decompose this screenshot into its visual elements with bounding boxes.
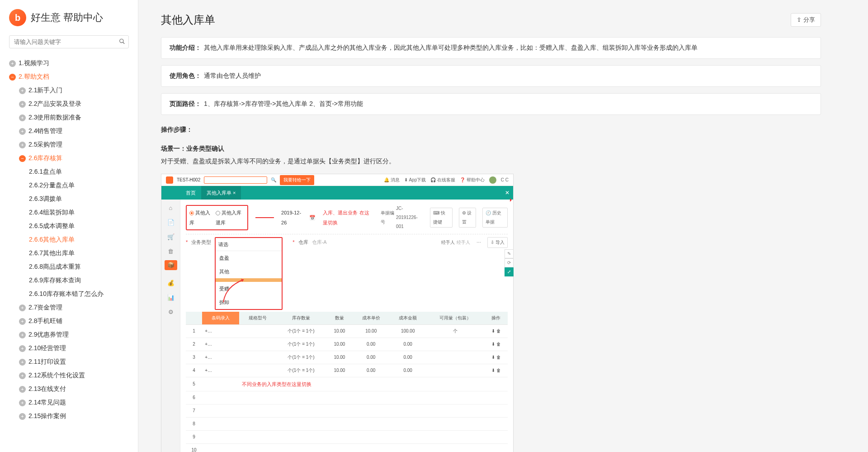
ss-side-icon: ⟳ (505, 258, 514, 267)
nav-2-6-2[interactable]: 2.6.2分量盘点单 (9, 179, 129, 192)
plus-icon: + (19, 386, 26, 393)
ss-nav-icon: ⌂ (167, 202, 175, 209)
plus-icon: + (19, 305, 26, 311)
plus-icon: + (19, 142, 26, 148)
ss-nav-icon: ⚙ (167, 306, 175, 314)
nav-2-4[interactable]: +2.4销售管理 (9, 124, 129, 138)
example-screenshot: TEST-H002 🔍 我要转给一下 🔔 消息 ⬇ App下载 🎧 在线客服 ❓… (161, 174, 514, 452)
nav-2-6-1[interactable]: 2.6.1盘点单 (9, 165, 129, 179)
plus-icon: + (19, 359, 26, 366)
intro-label: 功能介绍： (170, 44, 201, 51)
plus-icon: + (9, 60, 16, 67)
share-button[interactable]: ⇪ 分享 (791, 13, 821, 27)
ss-top-link: ⬇ App下载 (404, 176, 426, 185)
nav-2-3[interactable]: +2.3使用前数据准备 (9, 111, 129, 124)
ss-nav-icon: 📄 (167, 217, 175, 224)
ss-top-link: ❓ 帮助中心 (460, 176, 485, 185)
nav-2-14[interactable]: +2.14常见问题 (9, 396, 129, 409)
radio-icon (189, 211, 194, 215)
path-text: 1、库存核算->库存管理->其他入库单 2、首页->常用功能 (204, 100, 363, 107)
search-input[interactable] (9, 35, 129, 48)
ss-cta-button: 我要转给一下 (280, 175, 314, 185)
ss-setting-btn: ⚙ 设置 (459, 208, 476, 228)
role-box: 使用角色：通常由仓管人员维护 (161, 65, 821, 87)
annotation-text: 入库、退出业务 在这里切换 (323, 208, 373, 228)
nav-2-6-6[interactable]: 2.6.6其他入库单 (9, 233, 129, 247)
nav-2-6[interactable]: −2.6库存核算 (9, 152, 129, 165)
ss-nav-icon: 💰 (167, 277, 175, 285)
ss-top-link: 🔔 消息 (384, 176, 400, 185)
radio-icon (216, 211, 220, 215)
ss-date: 2019-12-26 (281, 208, 302, 228)
nav-2-11[interactable]: +2.11打印设置 (9, 355, 129, 369)
site-title: 好生意 帮助中心 (31, 11, 103, 24)
nav-2-12[interactable]: +2.12系统个性化设置 (9, 369, 129, 382)
nav-2-15[interactable]: +2.15操作案例 (9, 409, 129, 423)
role-label: 使用角色： (170, 72, 201, 79)
main-content: 其他入库单 ⇪ 分享 功能介绍：其他入库单用来处理除采购入库、产成品入库之外的其… (138, 0, 844, 452)
nav-2-1[interactable]: +2.1新手入门 (9, 84, 129, 97)
minus-icon: − (9, 74, 16, 81)
step-label: 操作步骤： (161, 123, 821, 136)
ss-nav-icon: 📊 (167, 292, 175, 299)
share-icon: ⇪ (797, 16, 802, 23)
nav-2-10[interactable]: +2.10经营管理 (9, 342, 129, 355)
nav-video[interactable]: +1.视频学习 (9, 57, 129, 70)
ss-side-icon: ⤢ (505, 267, 514, 276)
nav-2-6-4[interactable]: 2.6.4组装拆卸单 (9, 206, 129, 219)
ss-avatar-icon (489, 176, 496, 184)
scene1-text: 对于受赠、盘盈或是拆装入库等不同的业务，是通过单据头【业务类型】进行区分。 (161, 155, 821, 167)
path-box: 页面路径：1、库存核算->库存管理->其他入库单 2、首页->常用功能 (161, 93, 821, 115)
plus-icon: + (19, 114, 26, 121)
nav-docs[interactable]: −2.帮助文档 (9, 70, 129, 84)
nav-2-13[interactable]: +2.13在线支付 (9, 382, 129, 396)
nav-2-5[interactable]: +2.5采购管理 (9, 138, 129, 152)
nav-2-6-5[interactable]: 2.6.5成本调整单 (9, 219, 129, 233)
ss-tab-doc: 其他入库单 × (201, 186, 241, 200)
ss-logo-icon (166, 176, 173, 184)
plus-icon: + (19, 318, 26, 325)
ss-tab-home: 首页 (180, 186, 201, 200)
nav-2-6-8[interactable]: 2.6.8商品成本重算 (9, 260, 129, 274)
ss-biztype-label: 业务类型 (191, 237, 211, 247)
ss-nav-icon: 🗑 (167, 246, 175, 253)
ss-history-btn: 🕘 历史单据 (482, 208, 508, 228)
ss-side-icon: ✎ (505, 249, 514, 258)
nav-2-9[interactable]: +2.9优惠券管理 (9, 328, 129, 342)
plus-icon: + (19, 128, 26, 135)
nav-2-8[interactable]: +2.8手机旺铺 (9, 314, 129, 328)
ss-close-icon: ✕ (505, 187, 509, 198)
nav-2-6-3[interactable]: 2.6.3调拨单 (9, 192, 129, 206)
nav-2-6-10[interactable]: 2.6.10库存账本错了怎么办 (9, 287, 129, 301)
intro-box: 功能介绍：其他入库单用来处理除采购入库、产成品入库之外的其他入库业务，因此其他入… (161, 37, 821, 59)
ss-nav-icon: 🛒 (167, 231, 175, 238)
nav-2-2[interactable]: +2.2产品安装及登录 (9, 97, 129, 111)
path-label: 页面路径： (170, 100, 201, 107)
ss-env: TEST-H002 (177, 176, 200, 185)
ss-search-mini (204, 176, 267, 184)
role-text: 通常由仓管人员维护 (204, 72, 261, 79)
nav-2-6-7[interactable]: 2.6.7其他出库单 (9, 247, 129, 260)
plus-icon: + (19, 413, 26, 420)
ss-nav-icon-active: 📦 (165, 260, 177, 270)
svg-line-1 (123, 42, 125, 44)
intro-text: 其他入库单用来处理除采购入库、产成品入库之外的其他入库业务，因此其他入库单可处理… (204, 44, 698, 51)
ss-radio-group: 其他入库 其他入库退库 (186, 205, 248, 230)
plus-icon: + (19, 332, 26, 338)
sidebar: b 好生意 帮助中心 +1.视频学习 −2.帮助文档 +2.1新手入门 +2.2… (0, 0, 138, 452)
logo-area: b 好生意 帮助中心 (9, 9, 129, 26)
ss-biztype-dropdown: 请选 盘盈 其他 受赠 拆卸 (215, 237, 283, 310)
plus-icon: + (19, 400, 26, 406)
ss-search-icon: 🔍 (271, 176, 276, 185)
svg-point-0 (120, 39, 123, 43)
plus-icon: + (19, 101, 26, 108)
nav-2-6-9[interactable]: 2.6.9库存账本查询 (9, 274, 129, 287)
ss-table: 条码录入规格型号库存数量数量成本单价成本金额可用量（包装）操作 1+…个(1个 … (186, 312, 508, 452)
search-icon[interactable] (119, 38, 125, 46)
ss-username: C C (501, 176, 509, 185)
plus-icon: + (19, 372, 26, 379)
plus-icon: + (19, 345, 26, 352)
page-title: 其他入库单 (161, 13, 215, 27)
nav-2-7[interactable]: +2.7资金管理 (9, 301, 129, 314)
search-box (9, 35, 129, 48)
